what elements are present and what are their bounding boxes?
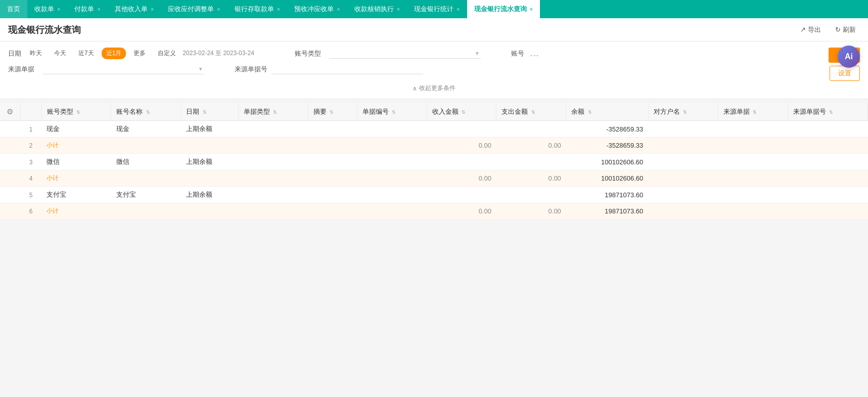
export-button[interactable]: ↗ 导出 [796, 23, 825, 36]
collapse-bar[interactable]: ∧ 收起更多条件 [8, 81, 860, 95]
settings-button[interactable]: 设置 [830, 66, 860, 81]
account-type-cell: 微信 [41, 154, 111, 170]
account-type-label: 账号类型 [295, 49, 321, 58]
table-row[interactable]: 2 小计 0.00 0.00 -3528659.33 [0, 138, 868, 154]
date-cell: 上期余额 [181, 154, 238, 170]
balance-cell: 19871073.60 [566, 203, 648, 219]
col-expense: 支出金额 ⇅ [496, 103, 566, 121]
nav-cash-bank-stats[interactable]: 现金银行统计 × [407, 0, 467, 18]
sort-icon[interactable]: ⇅ [683, 110, 687, 115]
filter-area: 日期 昨天 今天 近7天 近1月 更多 自定义 2023-02-24 至 202… [0, 41, 868, 99]
sort-icon[interactable]: ⇅ [392, 110, 396, 115]
account-type-cell: 支付宝 [47, 191, 66, 198]
date-btn-more[interactable]: 更多 [129, 48, 150, 59]
sort-icon[interactable]: ⇅ [330, 110, 334, 115]
gear-cell [0, 154, 20, 170]
account-name-cell [111, 203, 181, 219]
col-counterpart: 对方户名 ⇅ [648, 103, 718, 121]
nav-receipt[interactable]: 收款单 × [27, 0, 67, 18]
source-doc-number-input[interactable] [271, 64, 423, 74]
close-icon[interactable]: × [337, 0, 340, 18]
close-icon[interactable]: × [456, 0, 460, 18]
row-number: 2 [20, 138, 41, 154]
sort-icon[interactable]: ⇅ [76, 110, 80, 115]
nav-cash-bank-flow[interactable]: 现金银行流水查询 × [467, 0, 540, 18]
balance-cell: 19871073.60 [566, 187, 648, 203]
sort-icon[interactable]: ⇅ [588, 110, 592, 115]
account-name-cell [111, 170, 181, 187]
source-doc-label: 来源单据 [8, 65, 34, 74]
source-doc-cell [718, 170, 788, 187]
chevron-down-icon: ▾ [199, 66, 202, 72]
close-icon[interactable]: × [151, 0, 154, 18]
counterpart-cell [648, 154, 718, 170]
nav-prepayment[interactable]: 预收冲应收单 × [287, 0, 347, 18]
date-cell: 上期余额 [181, 187, 238, 203]
sort-icon[interactable]: ⇅ [462, 110, 466, 115]
sort-icon[interactable]: ⇅ [531, 110, 535, 115]
nav-home[interactable]: 首页 [0, 0, 27, 18]
date-btn-1month[interactable]: 近1月 [102, 48, 126, 59]
income-value: 0.00 [479, 174, 491, 182]
close-icon[interactable]: × [277, 0, 280, 18]
nav-receivable-adjustment[interactable]: 应收应付调整单 × [161, 0, 227, 18]
nav-collection-exec[interactable]: 收款核销执行 × [347, 0, 407, 18]
header-actions: ↗ 导出 ↻ 刷新 [796, 23, 860, 36]
nav-other-income[interactable]: 其他收入单 × [108, 0, 161, 18]
nav-payment[interactable]: 付款单 × [67, 0, 107, 18]
income-value: 0.00 [479, 207, 491, 215]
balance-cell: 100102606.60 [566, 170, 648, 187]
close-icon[interactable]: × [57, 0, 60, 18]
chevron-down-icon: ▾ [476, 50, 479, 57]
refresh-button[interactable]: ↻ 刷新 [831, 23, 860, 36]
account-type-input[interactable] [331, 50, 474, 57]
source-doc-input[interactable] [44, 65, 197, 73]
account-dots-button[interactable]: ... [530, 48, 539, 59]
subtotal-label: 小计 [47, 142, 59, 149]
source-doc-dropdown[interactable]: ▾ [42, 64, 204, 74]
close-icon[interactable]: × [217, 0, 220, 18]
summary-cell [308, 121, 357, 138]
page-header: 现金银行流水查询 ↗ 导出 ↻ 刷新 [0, 18, 868, 41]
sort-icon[interactable]: ⇅ [203, 110, 207, 115]
table-row[interactable]: 1 现金 现金 上期余额 -3528659.33 [0, 121, 868, 138]
income-cell [427, 121, 496, 138]
close-icon[interactable]: × [397, 0, 400, 18]
ai-assistant-button[interactable]: Ai [838, 46, 860, 68]
date-btn-7days[interactable]: 近7天 [74, 48, 99, 59]
sort-icon[interactable]: ⇅ [273, 110, 277, 115]
source-doc-number-label: 来源单据号 [235, 65, 267, 74]
counterpart-cell [648, 203, 718, 219]
collapse-up-icon: ∧ [413, 85, 417, 92]
doc-type-cell [238, 121, 308, 138]
gear-icon[interactable]: ⚙ [7, 107, 13, 116]
nav-bank-deposit[interactable]: 银行存取款单 × [227, 0, 287, 18]
filter-row-date: 日期 昨天 今天 近7天 近1月 更多 自定义 2023-02-24 至 202… [8, 48, 814, 59]
table-row[interactable]: 5 支付宝 支付宝 上期余额 19871073.60 [0, 187, 868, 203]
balance-value: 19871073.60 [605, 191, 643, 199]
date-btn-custom[interactable]: 自定义 [153, 48, 180, 59]
gear-cell [0, 121, 20, 138]
col-source-doc: 来源单据 ⇅ [718, 103, 788, 121]
close-icon[interactable]: × [97, 0, 100, 18]
table-row[interactable]: 6 小计 0.00 0.00 19871073.60 [0, 203, 868, 219]
account-type-dropdown[interactable]: ▾ [329, 49, 481, 59]
close-icon[interactable]: × [530, 0, 533, 18]
table-row[interactable]: 3 微信 微信 上期余额 100102606.60 [0, 154, 868, 170]
income-cell: 0.00 [427, 203, 496, 219]
top-navigation: 首页 收款单 × 付款单 × 其他收入单 × 应收应付调整单 × 银行存取款单 … [0, 0, 868, 18]
data-table: ⚙ 账号类型 ⇅ 账号名称 ⇅ 日期 ⇅ 单据类型 ⇅ [0, 103, 868, 219]
date-btn-yesterday[interactable]: 昨天 [25, 48, 47, 59]
col-account-name: 账号名称 ⇅ [111, 103, 181, 121]
expense-value: 0.00 [549, 142, 561, 149]
doc-type-cell [238, 154, 308, 170]
date-options: 昨天 今天 近7天 近1月 更多 自定义 [25, 48, 180, 59]
col-balance: 余额 ⇅ [566, 103, 648, 121]
sort-icon[interactable]: ⇅ [146, 110, 150, 115]
date-cell: 上期余额 [181, 121, 238, 138]
income-value: 0.00 [479, 142, 491, 149]
sort-icon[interactable]: ⇅ [829, 110, 833, 115]
sort-icon[interactable]: ⇅ [753, 110, 757, 115]
table-row[interactable]: 4 小计 0.00 0.00 100102606.60 [0, 170, 868, 187]
date-btn-today[interactable]: 今天 [50, 48, 71, 59]
